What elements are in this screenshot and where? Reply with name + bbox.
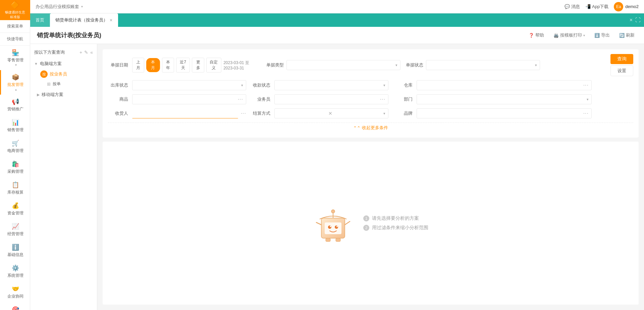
receiver-input[interactable] (132, 108, 238, 118)
sidebar-item-basic-info[interactable]: ℹ️ 基础信息 (0, 240, 30, 261)
sidebar-item-collab[interactable]: 🤝 企业协同 (0, 282, 30, 303)
finance-icon: 💰 (12, 202, 19, 209)
sidebar-item-marketing[interactable]: 📢 营销推广 (0, 95, 30, 115)
date-last7-btn[interactable]: 近7天 (176, 58, 190, 72)
sidebar-item-inventory[interactable]: 📋 库存核算 (0, 178, 30, 199)
sidebar-item-purchase-label: 采购管理 (7, 169, 23, 174)
mobile-scheme-section[interactable]: ▶ 移动端方案 (30, 90, 97, 99)
quick-nav[interactable]: 快捷导航 (0, 33, 30, 46)
collapse-up-icon: ⌃⌃ (353, 125, 361, 131)
date-custom-btn[interactable]: 自定义 (206, 58, 221, 72)
tab-sales-stat[interactable]: 销货单统计表（按业务员） × (50, 13, 118, 27)
tip2-text: 用过滤条件来缩小分析范围 (372, 225, 428, 231)
tab-close-all-icon[interactable]: × (630, 17, 633, 23)
doc-type-label: 单据类型 (264, 62, 284, 68)
marketing-icon: 📢 (12, 98, 19, 105)
date-more-btn[interactable]: 更多 (192, 58, 204, 72)
export-btn[interactable]: ⬇️ 导出 (592, 31, 612, 40)
refresh-btn[interactable]: 🔄 刷新 (616, 31, 637, 40)
collapse-label: 收起更多条件 (362, 125, 388, 131)
main-area: 办公用品行业模拟账套 ▾ 💬 消息 📲 App下载 Ea demo2 首页 (30, 0, 644, 310)
goods-select[interactable]: ··· (132, 94, 246, 104)
empty-tips: 1 请先选择要分析的方案 2 用过滤条件来缩小分析范围 (363, 215, 428, 231)
message-btn[interactable]: 💬 消息 (565, 4, 580, 10)
user-menu[interactable]: Ea demo2 (614, 2, 639, 11)
tree-item-by-order[interactable]: ⊞ 按单 (30, 80, 97, 89)
warehouse-dots-icon: ··· (583, 82, 589, 88)
logo[interactable]: 🔶 畅捷通好生意 标准版 (0, 0, 30, 20)
settlement-select[interactable]: ✕ ▾ (274, 108, 388, 118)
tab-sales-stat-label: 销货单统计表（按业务员） (55, 17, 108, 23)
date-group: 上月 本月 本年 近7天 更多 自定义 2023-03-01 至 2023-03… (132, 58, 260, 72)
tab-home[interactable]: 首页 (30, 13, 50, 27)
svg-line-8 (316, 222, 321, 225)
sidebar-item-operations[interactable]: 📈 经营管理 (0, 219, 30, 240)
topbar-actions: 💬 消息 📲 App下载 Ea demo2 (565, 2, 639, 11)
date-this-month-btn[interactable]: 本月 (146, 58, 160, 72)
help-btn[interactable]: ❓ 帮助 (526, 31, 547, 40)
tabbar-controls: × ⛶ (626, 17, 644, 23)
sidebar-item-wholesale-label: 批发管理 (7, 82, 23, 88)
sidebar-item-finance-label: 资金管理 (7, 210, 23, 216)
date-last-month-btn[interactable]: 上月 (132, 58, 144, 72)
avatar: Ea (614, 2, 623, 11)
brand-select[interactable]: ··· (417, 108, 592, 118)
settings-btn[interactable]: 设置 (610, 65, 633, 76)
add-scheme-icon[interactable]: + (79, 50, 82, 55)
payment-select[interactable]: ▾ (274, 80, 388, 90)
doc-status-select[interactable]: ▾ (426, 60, 540, 70)
goods-dots-icon: ··· (238, 96, 243, 102)
app-download-btn[interactable]: 📲 App下载 (585, 4, 608, 10)
export-icon: ⬇️ (594, 33, 600, 38)
payment-label: 收款状态 (250, 82, 270, 88)
sidebar-item-system[interactable]: ⚙️ 系统管理 (0, 261, 30, 282)
basic-info-icon: ℹ️ (12, 244, 19, 251)
sidebar-item-wholesale[interactable]: 📦 批发管理 ▴ (0, 70, 30, 95)
stock-out-select[interactable]: ▾ (132, 80, 246, 90)
svg-point-2 (328, 225, 331, 229)
mobile-expand-icon: ▶ (37, 93, 40, 97)
doc-type-select[interactable]: ▾ (286, 60, 400, 70)
inventory-icon: 📋 (12, 181, 19, 189)
salesperson-select[interactable]: ··· (274, 94, 388, 104)
edit-scheme-icon[interactable]: ✎ (84, 50, 88, 55)
collapse-panel-icon[interactable]: « (90, 50, 93, 55)
content-area: 销货单统计表(按业务员) ❓ 帮助 🖨️ 按模板打印 ▾ ⬇️ 导出 🔄 刷 (30, 27, 644, 310)
search-menu[interactable]: 搜索菜单 (0, 20, 30, 33)
tree-item-by-salesperson[interactable]: 按 按业务员 (30, 69, 97, 80)
empty-illustration-svg (313, 203, 353, 243)
message-label: 消息 (571, 4, 580, 10)
settlement-clear-icon[interactable]: ✕ (328, 111, 332, 116)
svg-rect-11 (336, 238, 340, 242)
sidebar: 🔶 畅捷通好生意 标准版 搜索菜单 快捷导航 🏪 零售管理 ▾ 📦 批发管理 ▴… (0, 0, 30, 310)
breadcrumb-dropdown-icon[interactable]: ▾ (81, 5, 83, 8)
department-arrow-icon: ▾ (587, 97, 589, 102)
sidebar-item-sales[interactable]: 📊 销售管理 (0, 115, 30, 136)
desktop-scheme-section: ▼ 电脑端方案 按 按业务员 ⊞ 按单 (30, 59, 97, 89)
query-btn[interactable]: 查询 (610, 54, 633, 64)
filter-row-4: 收货人 ··· 结算方式 ✕ ▾ 品牌 (108, 108, 633, 118)
message-icon: 💬 (565, 4, 570, 9)
warehouse-select[interactable]: ··· (417, 80, 592, 90)
tabbar: 首页 销货单统计表（按业务员） × × ⛶ (30, 13, 644, 27)
sidebar-item-purchase[interactable]: 🛍️ 采购管理 (0, 157, 30, 178)
desktop-scheme-header[interactable]: ▼ 电脑端方案 (30, 59, 97, 69)
right-content: 单据日期 上月 本月 本年 近7天 更多 自定义 2023-03-01 至 20… (97, 44, 644, 310)
empty-state: 1 请先选择要分析的方案 2 用过滤条件来缩小分析范围 (103, 142, 639, 305)
sidebar-item-finance[interactable]: 💰 资金管理 (0, 199, 30, 219)
app-download-label: App下载 (592, 4, 608, 10)
export-label: 导出 (601, 32, 610, 38)
sidebar-item-guide[interactable]: 🎯 新手引导 (0, 303, 30, 310)
print-btn[interactable]: 🖨️ 按模板打印 ▾ (551, 31, 588, 40)
collapse-btn[interactable]: ⌃⌃ 收起更多条件 (108, 122, 633, 133)
mobile-scheme-label: 移动端方案 (42, 92, 63, 98)
sidebar-item-retail[interactable]: 🏪 零售管理 ▾ (0, 46, 30, 70)
tab-maximize-icon[interactable]: ⛶ (635, 17, 641, 23)
receiver-input-group: ··· (132, 108, 246, 118)
sidebar-item-ecommerce[interactable]: 🛒 电商管理 (0, 136, 30, 157)
tab-close-icon[interactable]: × (110, 17, 112, 23)
date-this-year-btn[interactable]: 本年 (162, 58, 174, 72)
department-select[interactable]: ▾ (417, 94, 592, 104)
wholesale-expand-icon: ▴ (15, 88, 17, 91)
refresh-label: 刷新 (626, 32, 635, 38)
